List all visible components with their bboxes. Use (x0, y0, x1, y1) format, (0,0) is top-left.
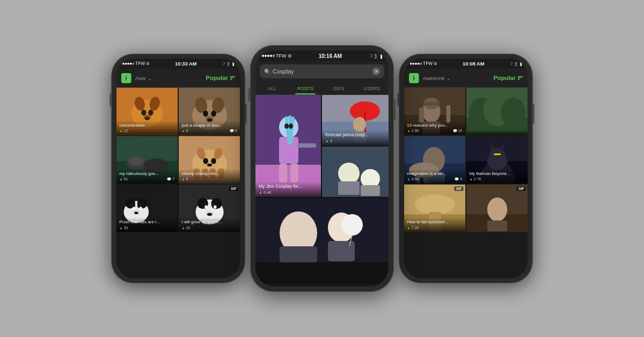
janna-post[interactable]: forecast janna cosp... ▲ 4 (322, 95, 389, 145)
post-meta: ▲ 2.9K 💬 15 (407, 129, 462, 133)
post-title: I will grow up and K... (182, 219, 237, 224)
jinx-post[interactable]: My Jinx Cosplay for... ▲ 6.4K (255, 95, 321, 197)
upvote-icon: ▲ (407, 129, 410, 133)
right-phone: TFW ⊜ 10:08 AM ☽ ⅀ ▐ i Awesome ⌄ Popul (399, 54, 532, 283)
search-input[interactable]: Cosplay (273, 68, 370, 75)
post-meta: ▲ 32 (182, 225, 237, 230)
dot4 (418, 63, 420, 65)
community-name: Aww (135, 76, 145, 81)
svg-point-19 (129, 156, 144, 166)
post-overlay-dog1: concentration ▲ 12 (116, 121, 178, 135)
sort-controls[interactable]: Popular (206, 75, 235, 82)
right-phone-volume-button (398, 94, 399, 106)
right-phone-screen: TFW ⊜ 10:08 AM ☽ ⅀ ▐ i Awesome ⌄ Popul (404, 58, 528, 278)
comment-icon: 💬 (167, 177, 171, 181)
wifi-icon: ⊜ (288, 53, 292, 58)
bluetooth-icon: ⅀ (515, 62, 518, 66)
sort-line-1 (230, 76, 235, 77)
left-post-grid: concentration ▲ 12 (116, 87, 240, 232)
dot1 (262, 55, 264, 57)
post-title: 15 reasons why you... (407, 122, 462, 127)
post-title: My Jinx Cosplay for... (259, 184, 318, 189)
sort-controls[interactable]: Popular (493, 75, 523, 82)
post-cell-dog2[interactable]: just a couple of doo... ▲ 9 💬 9 (179, 87, 240, 135)
svg-point-4 (141, 109, 146, 115)
center-phone-power-button (394, 99, 396, 120)
comment-count: 💬 7 (167, 177, 174, 181)
search-box[interactable]: 🔍 Cosplay ✕ (260, 64, 384, 78)
tab-gifs[interactable]: GIFS (322, 82, 355, 94)
post-cell-panda2[interactable]: GIF I will grow up and K. (179, 185, 240, 232)
svg-point-112 (415, 194, 455, 214)
center-bottom-post[interactable] (255, 198, 389, 262)
dot1 (410, 63, 412, 65)
upvote-icon: ▲ (182, 129, 185, 133)
upvote-icon: ▲ (407, 178, 410, 181)
left-phone-volume-button (110, 94, 112, 106)
search-clear-button[interactable]: ✕ (372, 68, 380, 75)
upvote-icon: ▲ (407, 226, 410, 230)
svg-point-5 (148, 109, 153, 115)
app-logo: i (121, 73, 131, 83)
center-bottom-illustration (255, 198, 389, 262)
post-cell-corgi[interactable]: chomp chomp cho... ▲ 9 (179, 136, 240, 184)
center-phone-wrapper: TFW ⊜ 10:16 AM ☽ ⅀ ▐ 🔍 Cosplay ✕ (250, 45, 394, 292)
tab-users[interactable]: USERS (355, 82, 389, 94)
svg-point-26 (211, 158, 216, 164)
sort-label: Popular (493, 75, 516, 82)
jinx-post-overlay: My Jinx Cosplay for... ▲ 6.4K (255, 181, 321, 197)
svg-point-39 (139, 207, 142, 210)
vote-count: ▲ 32 (182, 225, 191, 230)
dot3 (127, 63, 129, 65)
svg-point-38 (132, 207, 135, 210)
tab-all[interactable]: ALL (255, 82, 289, 94)
center-post-area: My Jinx Cosplay for... ▲ 6.4K (255, 95, 389, 284)
forest-illustration (466, 87, 528, 135)
comment-icon: 💬 (455, 177, 459, 181)
community-title[interactable]: Awesome ⌄ (423, 74, 493, 82)
post-cell-horse[interactable]: my ridiculously goo... ▲ 61 💬 7 (116, 136, 178, 184)
man-illustration (466, 185, 528, 232)
tab-posts[interactable]: POSTS (289, 82, 322, 94)
svg-rect-109 (497, 153, 501, 155)
upvote-icon: ▲ (470, 178, 473, 181)
post-cell-awesome1[interactable]: imagination is a be... ▲ 4.5K 💬 6 (404, 136, 465, 184)
svg-rect-75 (255, 198, 389, 262)
cosplay3-post[interactable] (322, 146, 389, 197)
signal-dots (262, 55, 275, 57)
left-phone-screen: TFW ⊜ 10:33 AM ☽ ⅀ ▐ i Aww ⌄ Popular (116, 58, 240, 278)
post-cell-mountain[interactable]: GIF How to fail successf... ▲ (404, 185, 465, 232)
post-cell-batman[interactable]: My Batman Beyond... ▲ 2.7K (466, 136, 528, 184)
post-title: just a couple of doo... (182, 122, 237, 127)
right-post-grid: 15 reasons why you... ▲ 2.9K 💬 15 (404, 87, 528, 232)
batman-post-overlay: My Batman Beyond... ▲ 2.7K (466, 169, 528, 184)
post-overlay-corgi: chomp chomp cho... ▲ 9 (179, 169, 240, 184)
post-cell-warrior[interactable]: 15 reasons why you... ▲ 2.9K 💬 15 (404, 87, 465, 135)
dot5 (273, 55, 275, 57)
post-cell-dog1[interactable]: concentration ▲ 12 (116, 87, 178, 135)
post-cell-forest[interactable] (466, 87, 528, 135)
post-cell-panda1[interactable]: Proof that cats are l... ▲ 30 (116, 185, 178, 232)
svg-point-41 (134, 211, 138, 214)
right-app-header: i Awesome ⌄ Popular (404, 69, 528, 87)
svg-rect-117 (487, 221, 507, 231)
gif-badge: GIF (229, 186, 238, 191)
time-display: 10:08 AM (463, 61, 484, 67)
post-overlay-warrior: 15 reasons why you... ▲ 2.9K 💬 15 (404, 121, 465, 135)
dot5 (420, 63, 422, 65)
comment-icon: 💬 (453, 129, 457, 133)
svg-rect-63 (297, 143, 316, 148)
upvote-icon: ▲ (259, 191, 262, 194)
post-overlay-horse: my ridiculously goo... ▲ 61 💬 7 (116, 169, 178, 184)
post-cell-man[interactable]: GIF (466, 185, 528, 232)
sort-icon (518, 76, 523, 79)
comment-count: 💬 15 (453, 129, 463, 133)
signal-dots (122, 63, 134, 65)
sort-line-1 (518, 76, 523, 77)
community-title[interactable]: Aww ⌄ (135, 74, 206, 82)
center-search-header: 🔍 Cosplay ✕ (255, 61, 389, 82)
post-meta: ▲ 7.2K (407, 225, 462, 230)
post-meta: ▲ 2.7K (470, 177, 525, 181)
post-title: My Batman Beyond... (470, 171, 525, 175)
status-right: ☽ ⅀ ▐ (222, 62, 234, 66)
